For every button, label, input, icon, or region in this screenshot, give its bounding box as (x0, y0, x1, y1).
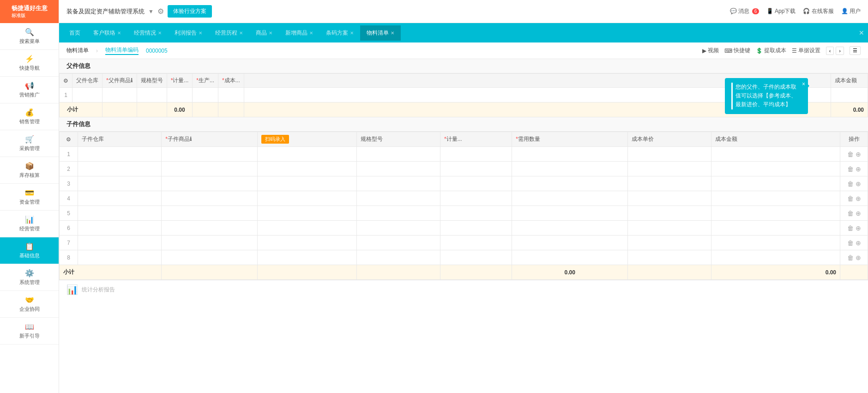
parent-cost-cell[interactable] (218, 88, 244, 103)
breadcrumb-list[interactable]: 物料清单 (66, 47, 89, 54)
close-tab-icon[interactable]: ✕ (199, 30, 202, 36)
child-product-cell[interactable] (162, 250, 258, 265)
child-unit-cell[interactable] (440, 236, 512, 250)
scan-button[interactable]: 扫码录入 (261, 135, 289, 144)
close-all-tabs-icon[interactable]: ✕ (859, 29, 864, 36)
nav-tab-新增商品[interactable]: 新增商品✕ (279, 25, 319, 41)
child-qty-cell[interactable] (512, 191, 628, 206)
delete-row-button[interactable]: 🗑 (847, 165, 854, 173)
child-spec-cell[interactable] (356, 206, 440, 221)
copy-row-button[interactable]: ⊕ (856, 224, 861, 232)
nav-tab-经营情况[interactable]: 经营情况✕ (127, 25, 168, 41)
child-spec-cell[interactable] (356, 191, 440, 206)
child-unit-cost-cell[interactable] (628, 206, 711, 221)
child-product-cell[interactable] (162, 162, 258, 176)
copy-row-button[interactable]: ⊕ (856, 195, 861, 202)
child-qty-cell[interactable] (512, 206, 628, 221)
breadcrumb-detail[interactable]: 物料清单编码 (105, 46, 139, 55)
child-unit-cost-cell[interactable] (628, 176, 711, 191)
sidebar-item-新手引导[interactable]: 📖新手引导 (0, 318, 59, 345)
sidebar-item-库存核算[interactable]: 📦库存核算 (0, 157, 59, 184)
child-qty-cell[interactable] (512, 250, 628, 265)
child-product-cell[interactable] (162, 221, 258, 236)
child-spec-cell[interactable] (356, 176, 440, 191)
delete-row-button[interactable]: 🗑 (847, 210, 854, 217)
copy-row-button[interactable]: ⊕ (856, 210, 861, 217)
copy-row-button[interactable]: ⊕ (856, 151, 861, 158)
sidebar-item-资金管理[interactable]: 💳资金管理 (0, 184, 59, 211)
child-col-scan[interactable]: 扫码录入 (258, 132, 357, 147)
child-qty-cell[interactable] (512, 162, 628, 176)
copy-row-button[interactable]: ⊕ (856, 180, 861, 187)
child-unit-cell[interactable] (440, 176, 512, 191)
trial-button[interactable]: 体验行业方案 (168, 5, 212, 18)
bottom-icon[interactable]: 📊 (66, 284, 78, 295)
delete-row-button[interactable]: 🗑 (847, 254, 854, 261)
child-unit-cell[interactable] (440, 191, 512, 206)
child-product-cell[interactable] (162, 191, 258, 206)
nav-tab-利润报告[interactable]: 利润报告✕ (168, 25, 209, 41)
child-unit-cost-cell[interactable] (628, 162, 711, 176)
child-unit-cost-cell[interactable] (628, 250, 711, 265)
close-tab-icon[interactable]: ✕ (158, 30, 162, 36)
nav-tab-商品[interactable]: 商品✕ (249, 25, 279, 41)
message-icon[interactable]: 💬 消息 6 (730, 7, 759, 15)
settings-toolbar-item[interactable]: ☰ 单据设置 (792, 47, 820, 54)
child-product-cell[interactable] (162, 176, 258, 191)
next-button[interactable]: › (836, 47, 844, 55)
copy-row-button[interactable]: ⊕ (856, 239, 861, 247)
child-spec-cell[interactable] (356, 162, 440, 176)
child-product-cell[interactable] (162, 206, 258, 221)
sidebar-item-快捷导航[interactable]: ⚡快捷导航 (0, 50, 59, 77)
menu-button[interactable]: ☰ (850, 46, 861, 55)
sidebar-item-营销推广[interactable]: 📢营销推广 (0, 77, 59, 103)
child-unit-cost-cell[interactable] (628, 191, 711, 206)
close-tab-icon[interactable]: ✕ (269, 30, 272, 36)
user-avatar[interactable]: 👤 用户 (841, 7, 861, 15)
sidebar-item-搜索菜单[interactable]: 🔍搜索菜单 (0, 23, 59, 50)
child-qty-cell[interactable] (512, 176, 628, 191)
child-unit-cost-cell[interactable] (628, 221, 711, 236)
child-warehouse-cell[interactable] (78, 147, 162, 162)
delete-row-button[interactable]: 🗑 (847, 151, 854, 158)
delete-row-button[interactable]: 🗑 (847, 195, 854, 202)
child-spec-cell[interactable] (356, 221, 440, 236)
sidebar-item-系统管理[interactable]: ⚙️系统管理 (0, 264, 59, 291)
delete-row-button[interactable]: 🗑 (847, 180, 854, 187)
parent-warehouse-cell[interactable] (72, 88, 102, 103)
parent-product-cell[interactable] (102, 88, 137, 103)
online-service-link[interactable]: 🎧 在线客服 (803, 7, 833, 15)
child-warehouse-cell[interactable] (78, 206, 162, 221)
child-unit-cell[interactable] (440, 147, 512, 162)
sidebar-item-采购管理[interactable]: 🛒采购管理 (0, 130, 59, 157)
child-unit-cost-cell[interactable] (628, 147, 711, 162)
view-toolbar-item[interactable]: ▶ 视频 (702, 47, 719, 54)
child-product-cell[interactable] (162, 147, 258, 162)
child-warehouse-cell[interactable] (78, 176, 162, 191)
child-unit-cell[interactable] (440, 162, 512, 176)
delete-row-button[interactable]: 🗑 (847, 239, 854, 247)
nav-tab-经营历程[interactable]: 经营历程✕ (209, 25, 249, 41)
child-warehouse-cell[interactable] (78, 221, 162, 236)
child-warehouse-cell[interactable] (78, 236, 162, 250)
child-unit-cell[interactable] (440, 221, 512, 236)
child-spec-cell[interactable] (356, 236, 440, 250)
delete-row-button[interactable]: 🗑 (847, 224, 854, 232)
nav-tab-条码方案[interactable]: 条码方案✕ (319, 25, 360, 41)
nav-tab-客户联络[interactable]: 客户联络✕ (87, 25, 127, 41)
sidebar-item-销售管理[interactable]: 💰销售管理 (0, 103, 59, 130)
close-tab-icon[interactable]: ✕ (350, 30, 354, 36)
parent-spec-cell[interactable] (137, 88, 167, 103)
copy-row-button[interactable]: ⊕ (856, 254, 861, 261)
close-tab-icon[interactable]: ✕ (117, 30, 121, 36)
copy-row-button[interactable]: ⊕ (856, 165, 861, 173)
gear-icon[interactable]: ⚙ (157, 7, 164, 16)
child-unit-cost-cell[interactable] (628, 236, 711, 250)
dropdown-icon[interactable]: ▼ (148, 8, 154, 15)
shortcut-toolbar-item[interactable]: ⌨ 快捷键 (724, 47, 750, 54)
child-qty-cell[interactable] (512, 147, 628, 162)
parent-unit-cell[interactable] (167, 88, 193, 103)
close-tab-icon[interactable]: ✕ (391, 30, 394, 36)
tooltip-close-icon[interactable]: × (802, 80, 805, 89)
sidebar-item-基础信息[interactable]: 📋基础信息 (0, 237, 59, 264)
